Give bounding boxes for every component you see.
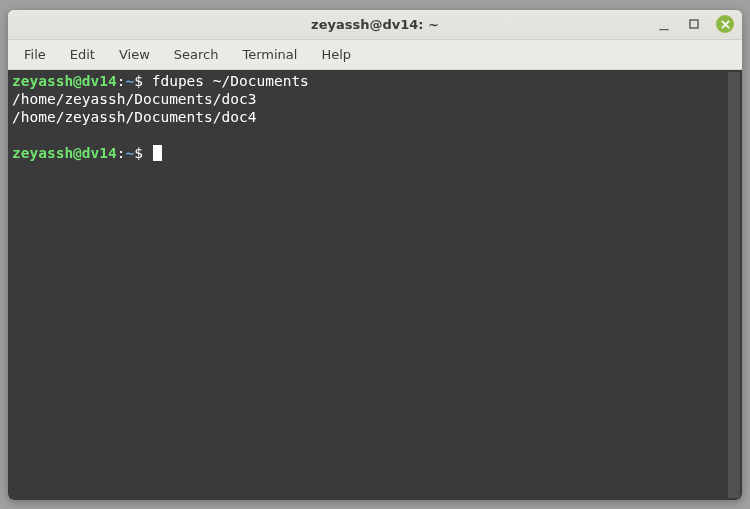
prompt-symbol: $ [134, 145, 151, 161]
menu-search[interactable]: Search [162, 43, 231, 66]
output-line: /home/zeyassh/Documents/doc3 [12, 90, 738, 108]
prompt-separator: : [117, 145, 126, 161]
terminal-body[interactable]: zeyassh@dv14:~$ fdupes ~/Documents /home… [8, 70, 742, 500]
prompt-user-host: zeyassh@dv14 [12, 73, 117, 89]
maximize-icon [689, 19, 699, 29]
blank-line [12, 126, 738, 144]
menu-file[interactable]: File [12, 43, 58, 66]
close-button[interactable] [716, 15, 734, 33]
maximize-button[interactable] [686, 16, 702, 32]
prompt-symbol: $ [134, 73, 151, 89]
window-title: zeyassh@dv14: ~ [311, 17, 439, 32]
close-icon [721, 20, 730, 29]
terminal-line: zeyassh@dv14:~$ fdupes ~/Documents [12, 72, 738, 90]
menu-help[interactable]: Help [309, 43, 363, 66]
output-line: /home/zeyassh/Documents/doc4 [12, 108, 738, 126]
scrollbar[interactable] [728, 72, 740, 498]
menubar: File Edit View Search Terminal Help [8, 40, 742, 70]
menu-edit[interactable]: Edit [58, 43, 107, 66]
prompt-path: ~ [126, 73, 135, 89]
prompt-separator: : [117, 73, 126, 89]
terminal-window: zeyassh@dv14: ~ _ File Edit View Search … [8, 10, 742, 500]
window-controls: _ [656, 15, 734, 33]
titlebar[interactable]: zeyassh@dv14: ~ _ [8, 10, 742, 40]
menu-terminal[interactable]: Terminal [230, 43, 309, 66]
minimize-button[interactable]: _ [656, 16, 672, 32]
command-text: fdupes ~/Documents [152, 73, 309, 89]
svg-rect-0 [690, 20, 698, 28]
menu-view[interactable]: View [107, 43, 162, 66]
terminal-line: zeyassh@dv14:~$ [12, 144, 738, 162]
prompt-user-host: zeyassh@dv14 [12, 145, 117, 161]
cursor [153, 145, 162, 161]
prompt-path: ~ [126, 145, 135, 161]
